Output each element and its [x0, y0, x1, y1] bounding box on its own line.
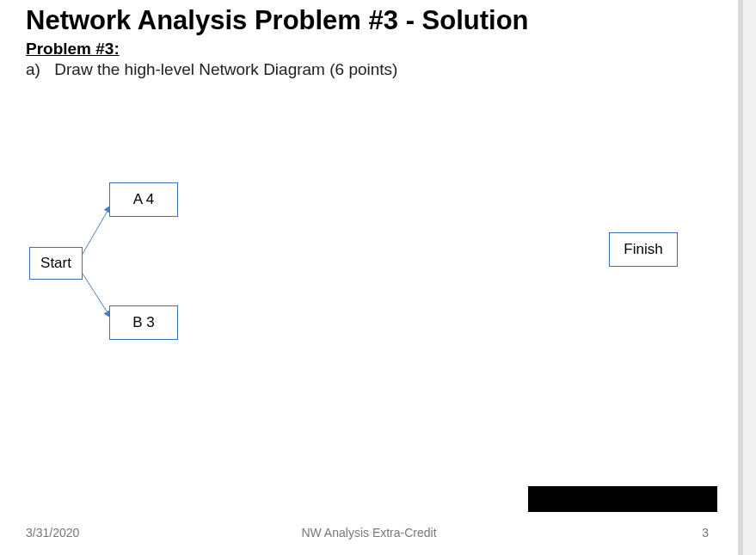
node-finish: Finish	[609, 232, 678, 267]
node-finish-label: Finish	[624, 241, 662, 258]
task-letter: a)	[26, 60, 50, 79]
footer-page-number: 3	[702, 526, 709, 540]
redaction-block	[528, 486, 717, 512]
node-a-label: A 4	[133, 191, 155, 208]
problem-label: Problem #3:	[26, 40, 120, 59]
footer-date: 3/31/2020	[26, 526, 79, 540]
node-b: B 3	[109, 305, 178, 340]
node-a: A 4	[109, 182, 178, 217]
network-diagram: Start A 4 B 3 Finish	[26, 172, 714, 370]
node-start-label: Start	[40, 255, 71, 272]
node-b-label: B 3	[132, 314, 155, 331]
svg-line-2	[83, 274, 110, 317]
node-start: Start	[29, 247, 83, 280]
svg-line-1	[83, 207, 110, 254]
task-line: a) Draw the high-level Network Diagram (…	[26, 60, 397, 79]
footer-center-text: NW Analysis Extra-Credit	[301, 526, 436, 540]
slide-page: Network Analysis Problem #3 - Solution P…	[0, 0, 743, 555]
task-text: Draw the high-level Network Diagram (6 p…	[54, 60, 397, 78]
slide-title: Network Analysis Problem #3 - Solution	[26, 5, 529, 36]
